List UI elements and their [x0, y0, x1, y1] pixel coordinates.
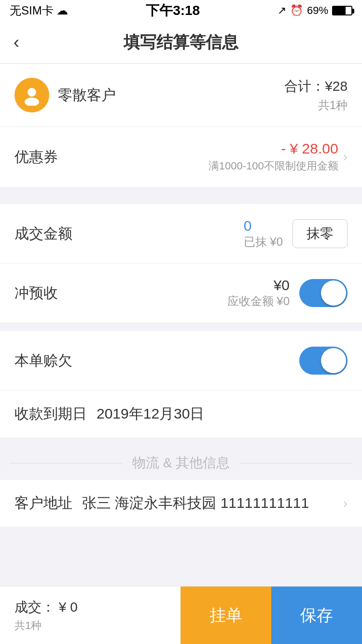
bottom-deal: 成交： ¥ 0 [14, 598, 166, 616]
duedate-label: 收款到期日 [14, 404, 87, 424]
logistics-line-right [239, 463, 352, 463]
deal-right: 0 已抹 ¥0 抹零 [244, 218, 348, 250]
nav-bar: ‹ 填写结算等信息 [0, 21, 362, 64]
status-bar: 无SIM卡 ☁ 下午3:18 ↗ ⏰ 69% [0, 0, 362, 21]
save-button[interactable]: 保存 [271, 587, 362, 644]
bottom-bar: 成交： ¥ 0 共1种 挂单 保存 [0, 586, 362, 644]
logistics-separator: 物流 & 其他信息 [0, 446, 362, 480]
address-chevron-icon: › [343, 496, 348, 511]
coupon-label: 优惠券 [14, 147, 58, 167]
address-label: 客户地址 [14, 493, 72, 513]
customer-left: 零散客户 [14, 78, 116, 112]
separator-1 [0, 196, 362, 204]
customer-avatar [14, 78, 49, 112]
arrears-toggle[interactable] [299, 347, 348, 375]
hold-order-button[interactable]: 挂单 [181, 587, 271, 644]
deal-amount-sub: 已抹 ¥0 [244, 234, 283, 250]
coupon-chevron-icon: › [343, 149, 348, 165]
arrears-row: 本单赊欠 [0, 331, 362, 390]
battery-text: 69% [307, 4, 328, 17]
arrears-toggle-knob [321, 348, 346, 373]
customer-name: 零散客户 [58, 85, 116, 105]
duedate-row[interactable]: 收款到期日 2019年12月30日 [0, 390, 362, 437]
status-time: 下午3:18 [146, 1, 200, 20]
advance-row: 冲预收 ¥0 应收金额 ¥0 [0, 263, 362, 322]
advance-right: ¥0 应收金额 ¥0 [227, 277, 348, 309]
coupon-amount: - ¥ 28.00 [209, 140, 338, 157]
address-value: 张三 海淀永丰科技园 11111111111 [82, 493, 343, 513]
toggle-knob [321, 280, 346, 306]
page-title: 填写结算等信息 [124, 31, 238, 54]
status-right: ↗ ⏰ 69% [278, 4, 352, 17]
location-icon: ↗ [278, 4, 286, 17]
battery-icon [332, 6, 352, 15]
advance-sub: 应收金额 ¥0 [227, 294, 290, 309]
coupon-row[interactable]: 优惠券 - ¥ 28.00 满1000-100不限制使用金额 › [0, 126, 362, 187]
arrears-label: 本单赊欠 [14, 351, 72, 371]
address-row[interactable]: 客户地址 张三 海淀永丰科技园 11111111111 › [0, 480, 362, 527]
customer-section: 零散客户 合计：¥28 共1种 优惠券 - ¥ 28.00 满1000-100不… [0, 64, 362, 187]
svg-point-0 [28, 88, 36, 97]
customer-count: 共1种 [284, 98, 348, 113]
sim-text: 无SIM卡 ☁ [10, 3, 68, 18]
bottom-deal-value: ¥ 0 [59, 600, 78, 615]
svg-point-1 [25, 98, 39, 106]
separator-2 [0, 322, 362, 331]
coupon-right: - ¥ 28.00 满1000-100不限制使用金额 › [209, 140, 348, 173]
coupon-value: - ¥ 28.00 满1000-100不限制使用金额 [209, 140, 338, 173]
advance-label: 冲预收 [14, 283, 58, 303]
back-button[interactable]: ‹ [14, 32, 19, 53]
logistics-line-left [10, 463, 123, 463]
customer-right: 合计：¥28 共1种 [284, 77, 348, 113]
bottom-count: 共1种 [14, 618, 166, 633]
deal-amount-value: 0 [244, 218, 283, 234]
deal-amount-row: 成交金额 0 已抹 ¥0 抹零 [0, 204, 362, 263]
round-zero-button[interactable]: 抹零 [292, 219, 348, 248]
alarm-icon: ⏰ [290, 4, 303, 17]
customer-total: 合计：¥28 [284, 77, 348, 96]
deal-amount-label: 成交金额 [14, 224, 72, 244]
bottom-deal-label: 成交： [14, 600, 55, 615]
arrears-section: 本单赊欠 收款到期日 2019年12月30日 [0, 331, 362, 437]
coupon-desc: 满1000-100不限制使用金额 [209, 159, 338, 173]
duedate-value: 2019年12月30日 [97, 404, 204, 424]
customer-row: 零散客户 合计：¥28 共1种 [0, 64, 362, 126]
bottom-info: 成交： ¥ 0 共1种 [0, 598, 181, 633]
logistics-label: 物流 & 其他信息 [132, 454, 230, 472]
deal-section: 成交金额 0 已抹 ¥0 抹零 冲预收 ¥0 应收金额 ¥0 [0, 204, 362, 322]
advance-toggle[interactable] [299, 279, 348, 307]
advance-value: ¥0 应收金额 ¥0 [227, 277, 290, 309]
advance-amount: ¥0 [227, 277, 290, 294]
status-left: 无SIM卡 ☁ [10, 3, 68, 18]
